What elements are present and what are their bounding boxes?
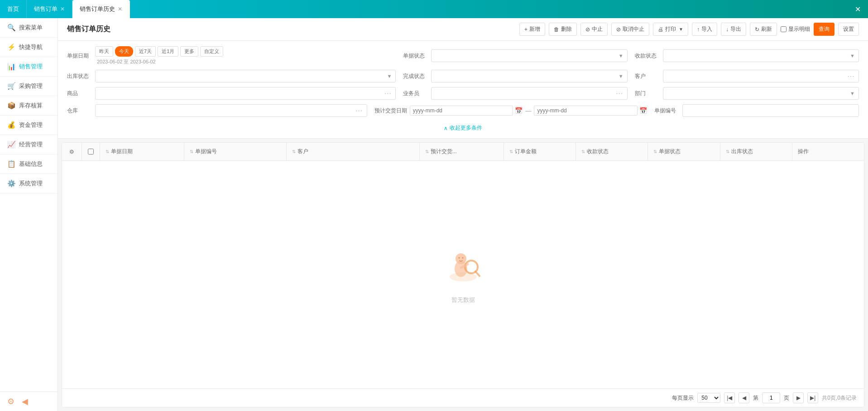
page-label: 页 [784,394,789,402]
th-number[interactable]: ⇅ 单据编号 [184,143,287,160]
payment-status-chevron-icon: ▼ [850,53,855,58]
warehouse-select[interactable]: ··· [95,104,367,117]
salesperson-dots-icon: ··· [616,90,623,97]
empty-area: 暂无数据 [62,161,864,388]
sidebar-item-operations[interactable]: 📈 经营管理 [0,135,58,155]
delivery-date-from[interactable] [410,106,513,116]
prev-page-btn[interactable]: ◀ [739,392,749,403]
tab-sales-order[interactable]: 销售订单 ✕ [27,0,72,18]
sidebar-item-search-menu-label: 搜索菜单 [19,24,43,32]
payment-status-select[interactable]: ▼ [663,49,859,62]
th-payment-status[interactable]: ⇅ 收款状态 [576,143,648,160]
product-filter-label: 商品 [67,90,92,97]
delivery-date-to[interactable] [534,106,638,116]
print-button[interactable]: 🖨 打印 ▼ [653,23,688,36]
product-dots-icon: ··· [384,90,392,97]
salesperson-select[interactable]: ··· [431,87,627,100]
delete-button[interactable]: 🗑 删除 [549,23,577,36]
first-page-btn[interactable]: |◀ [724,392,735,403]
sidebar-item-inventory[interactable]: 📦 库存核算 [0,96,58,116]
sort-order-status-icon: ⇅ [653,149,657,154]
import-icon: ↑ [697,26,700,33]
tab-sales-order-close[interactable]: ✕ [60,6,65,12]
page-number-input[interactable] [762,392,780,403]
export-button[interactable]: ↓ 导出 [721,23,746,36]
date-btn-custom[interactable]: 自定义 [200,46,223,57]
tab-home[interactable]: + 新增 首页 [0,0,27,18]
date-btn-yesterday[interactable]: 昨天 [95,46,113,57]
sidebar-item-basic-info[interactable]: 📋 基础信息 [0,155,58,174]
department-chevron-icon: ▼ [850,91,855,96]
th-amount[interactable]: ⇅ 订单金额 [504,143,576,160]
complete-status-select[interactable]: ▼ [431,70,627,82]
tab-sales-order-history-close[interactable]: ✕ [118,6,122,12]
print-icon: 🖨 [658,26,663,33]
sidebar-item-basic-info-label: 基础信息 [19,160,43,168]
collapse-bar[interactable]: ∧ 收起更多条件 [67,121,859,133]
th-settings[interactable]: ⚙ [62,143,82,160]
department-select[interactable]: ▼ [663,87,859,100]
th-ship-status[interactable]: ⇅ 出库状态 [720,143,792,160]
display-detail-checkbox[interactable]: 显示明细 [781,25,810,33]
last-page-btn[interactable]: ▶| [807,392,818,403]
calendar-to-icon[interactable]: 📅 [639,107,647,114]
sort-number-icon: ⇅ [190,149,193,154]
sidebar-item-search-menu[interactable]: 🔍 搜索菜单 [0,18,58,38]
new-button[interactable]: + 新增 [519,23,545,36]
sidebar-item-system[interactable]: ⚙️ 系统管理 [0,174,58,193]
svg-line-4 [475,271,480,276]
order-status-select[interactable]: ▼ [431,49,627,62]
refresh-button[interactable]: ↻ 刷新 [750,23,777,36]
filter-delivery-date-item: 预计交货日期 📅 — 📅 [374,106,647,116]
purchase-mgmt-icon: 🛒 [7,82,15,90]
product-select[interactable]: ··· [95,87,396,100]
select-all-checkbox[interactable] [88,149,94,155]
query-button[interactable]: 查询 [814,23,834,36]
filter-salesperson-item: 业务员 ··· [403,87,627,100]
settings-button[interactable]: 设置 [838,23,859,36]
date-btn-1month[interactable]: 近1月 [158,46,178,57]
th-check[interactable] [82,143,100,160]
th-delivery[interactable]: ⇅ 预计交货... [420,143,504,160]
date-btn-7days[interactable]: 近7天 [135,46,156,57]
next-page-btn[interactable]: ▶ [793,392,804,403]
sidebar-item-quick-nav[interactable]: ⚡ 快捷导航 [0,38,58,57]
pagination-bar: 每页显示 20 50 100 |◀ ◀ 第 页 ▶ ▶| 共0页,0条记录 [62,388,864,407]
th-order-status[interactable]: ⇅ 单据状态 [648,143,720,160]
order-number-input[interactable] [682,104,859,117]
delivery-date-input-group: 📅 — 📅 [410,106,647,116]
sidebar-item-sales-mgmt[interactable]: 📊 销售管理 [0,57,58,77]
import-button[interactable]: ↑ 导入 [692,23,717,36]
display-detail-check[interactable] [781,26,786,32]
th-date[interactable]: ⇅ 单据日期 [100,143,184,160]
complete-status-filter-label: 完成状态 [403,73,428,80]
sidebar-item-operations-label: 经营管理 [19,140,43,149]
calendar-from-icon[interactable]: 📅 [515,107,523,114]
sidebar-item-finance[interactable]: 💰 资金管理 [0,116,58,135]
stop-button[interactable]: ⊘ 中止 [580,23,608,36]
page-size-select[interactable]: 20 50 100 [697,393,720,403]
sidebar-item-system-label: 系统管理 [19,179,43,188]
sidebar-settings-icon[interactable]: ⚙ [7,396,14,406]
filter-order-status-item: 单据状态 ▼ [403,49,627,62]
date-btn-more[interactable]: 更多 [180,46,198,57]
filter-row-2: 出库状态 ▼ 完成状态 ▼ 客户 ··· [67,70,859,82]
sidebar-collapse-icon[interactable]: ◀ [22,396,28,406]
close-window-icon[interactable]: ✕ [855,5,861,14]
sidebar-item-purchase-mgmt[interactable]: 🛒 采购管理 [0,77,58,96]
date-btn-today[interactable]: 今天 [115,46,133,57]
tab-sales-order-history[interactable]: 销售订单历史 ✕ [72,0,130,18]
ship-status-select[interactable]: ▼ [95,70,396,82]
customer-select[interactable]: ··· [663,70,859,82]
cancel-stop-button[interactable]: ⊘ 取消中止 [611,23,649,36]
order-number-filter-label: 单据编号 [654,107,680,115]
page-jump-label: 第 [753,394,758,402]
salesperson-filter-label: 业务员 [403,90,428,97]
filter-warehouse-item: 仓库 ··· [67,104,367,117]
th-customer[interactable]: ⇅ 客户 [287,143,419,160]
delivery-date-filter-label: 预计交货日期 [374,107,407,115]
table-settings-icon[interactable]: ⚙ [69,149,74,155]
sales-mgmt-icon: 📊 [7,63,15,71]
customer-dots-icon: ··· [848,73,855,79]
finance-icon: 💰 [7,121,15,129]
